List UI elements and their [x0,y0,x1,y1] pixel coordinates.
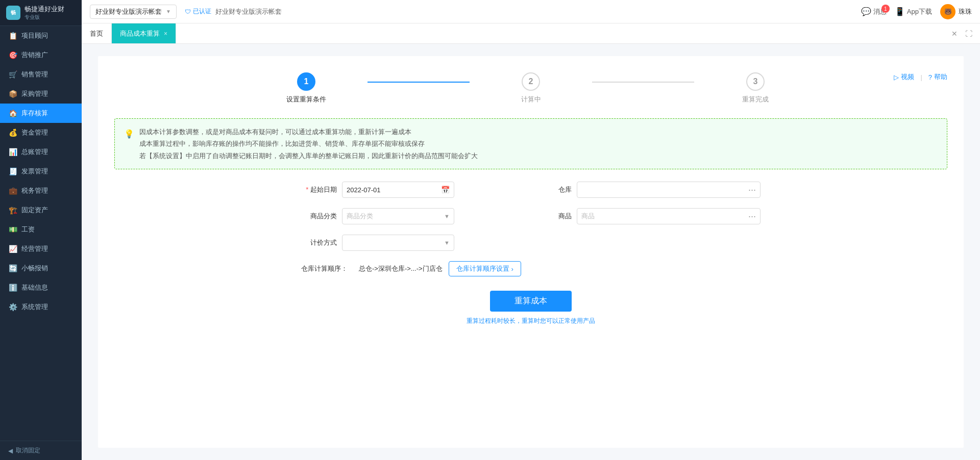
notice-line1: 因成本计算参数调整，或是对商品成本有疑问时，可以通过成本重算功能，重新计算一遍成… [139,126,478,138]
sidebar-unpin[interactable]: ◀ 取消固定 [0,441,82,460]
base-icon: ℹ️ [8,283,17,292]
sidebar-item-invoice[interactable]: 🧾 发票管理 [0,162,82,181]
sidebar-item-inventory[interactable]: 🏠 库存核算 [0,104,82,123]
category-select[interactable]: 商品分类 ▼ [342,208,454,224]
user-area[interactable]: 🐻 珠珠 [940,4,972,19]
sidebar-item-assets[interactable]: 🏗️ 固定资产 [0,200,82,220]
sidebar-item-accounting[interactable]: 📊 总账管理 [0,142,82,162]
form-container: 起始日期 📅 仓库 ··· [301,182,761,325]
accounting-icon: 📊 [8,147,17,157]
help-link[interactable]: ? 帮助 [928,72,947,82]
field-price-method: 计价方式 ▼ [301,235,526,251]
goods-input[interactable]: 商品 ··· [577,208,761,224]
app-title: 畅捷通好业财 专业版 [24,5,64,20]
sidebar-label-invoice: 发票管理 [21,167,48,176]
form-row-3: 计价方式 ▼ [301,235,761,251]
recalc-btn-label: 重算成本 [514,296,547,305]
sidebar-label-assets: 固定资产 [21,206,48,215]
finance-icon: 💰 [8,128,17,137]
topbar: 好业财专业版演示帐套 ▼ 🛡 已认证 好业财专业版演示帐套 💬 消息 1 📱 A… [82,0,980,23]
sidebar-item-base[interactable]: ℹ️ 基础信息 [0,278,82,297]
certified-badge: 🛡 已认证 [185,7,211,16]
step-2: 2 计算中 [470,72,592,104]
step-helpers: ▷ 视频 | ? 帮助 [894,72,947,82]
sidebar-item-sales[interactable]: 🛒 销售管理 [0,65,82,84]
price-method-chevron-icon: ▼ [444,240,450,246]
maximize-window-btn[interactable]: ⛶ [964,29,974,39]
sidebar-label-system: 系统管理 [21,302,48,312]
step-3: 3 重算完成 [694,72,817,104]
price-method-select[interactable]: ▼ [342,235,454,251]
field-start-date: 起始日期 📅 [301,182,526,198]
step2-circle: 2 [522,72,540,91]
tab-home[interactable]: 首页 [82,23,112,43]
sidebar-item-marketing[interactable]: 🎯 营销推广 [0,45,82,65]
topbar-right: 💬 消息 1 📱 App下载 🐻 珠珠 [861,4,972,19]
page-content: 1 设置重算条件 2 计算中 3 重算完成 [98,56,964,448]
sidebar-item-expense[interactable]: 🔄 小畅报销 [0,259,82,278]
inventory-icon: 🏠 [8,109,17,118]
sidebar-item-purchase[interactable]: 📦 采购管理 [0,84,82,104]
invoice-icon: 🧾 [8,167,17,176]
assets-icon: 🏗️ [8,206,17,215]
sidebar-item-finance[interactable]: 💰 资金管理 [0,123,82,142]
sidebar-item-system[interactable]: ⚙️ 系统管理 [0,297,82,317]
start-date-value[interactable] [347,186,441,194]
unpin-label: 取消固定 [16,446,40,455]
warehouse-label: 仓库 [536,185,572,194]
goods-ellipsis-icon[interactable]: ··· [741,211,756,222]
sidebar-item-ops[interactable]: 📈 经营管理 [0,239,82,259]
chevron-down-icon: ▼ [166,9,171,14]
sidebar-label-tax: 税务管理 [21,186,48,195]
sidebar-label-project: 项目顾问 [21,31,48,40]
account-selector[interactable]: 好业财专业版演示帐套 ▼ [90,5,177,19]
step1-label: 设置重算条件 [286,95,326,104]
step3-label: 重算完成 [742,95,769,104]
phone-icon: 📱 [895,7,905,16]
tab-close-icon[interactable]: × [164,30,167,37]
warehouse-input[interactable]: ··· [577,182,761,198]
recalc-button[interactable]: 重算成本 [490,291,572,312]
start-date-input[interactable]: 📅 [342,182,454,198]
close-window-btn[interactable]: ✕ [949,29,960,39]
warehouse-order-row: 仓库计算顺序： 总仓->深圳仓库->...->门店仓 仓库计算顺序设置 › [301,261,761,276]
expense-icon: 🔄 [8,264,17,273]
step-line-2 [592,82,694,83]
category-label: 商品分类 [301,212,337,221]
app-download-btn[interactable]: 📱 App下载 [895,7,932,16]
tab-home-label: 首页 [90,29,103,38]
warehouse-order-btn[interactable]: 仓库计算顺序设置 › [449,261,521,276]
notice-icon: 💡 [124,127,134,162]
sidebar-label-accounting: 总账管理 [21,147,48,157]
system-icon: ⚙️ [8,302,17,312]
calendar-icon[interactable]: 📅 [441,186,450,194]
play-icon: ▷ [894,73,899,81]
form-row-1: 起始日期 📅 仓库 ··· [301,182,761,198]
user-name: 珠珠 [959,7,972,16]
sidebar-item-tax[interactable]: 💼 税务管理 [0,181,82,200]
video-link[interactable]: ▷ 视频 [894,72,914,82]
messages-btn[interactable]: 💬 消息 1 [861,7,887,16]
help-icon: ? [928,73,932,81]
step1-circle: 1 [297,72,315,91]
tab-recalc[interactable]: 商品成本重算 × [112,23,176,43]
form-row-2: 商品分类 商品分类 ▼ 商品 商品 ··· [301,208,761,224]
account-selector-text: 好业财专业版演示帐套 [95,7,162,16]
tab-recalc-label: 商品成本重算 [120,29,160,38]
warehouse-order-value: 总仓->深圳仓库->...->门店仓 [359,264,443,273]
sidebar: 畅 畅捷通好业财 专业版 📋 项目顾问 🎯 营销推广 🛒 销售管理 📦 采购管理… [0,0,82,460]
tax-icon: 💼 [8,186,17,195]
steps-indicator: 1 设置重算条件 2 计算中 3 重算完成 [114,68,947,104]
notice-content: 因成本计算参数调整，或是对商品成本有疑问时，可以通过成本重算功能，重新计算一遍成… [139,126,478,162]
sidebar-label-sales: 销售管理 [21,70,48,79]
project-icon: 📋 [8,31,17,40]
warehouse-ellipsis-icon[interactable]: ··· [741,185,756,195]
sidebar-header: 畅 畅捷通好业财 专业版 [0,0,82,26]
sidebar-item-project[interactable]: 📋 项目顾问 [0,26,82,45]
sidebar-item-salary[interactable]: 💵 工资 [0,220,82,239]
goods-placeholder: 商品 [581,212,595,221]
goods-label: 商品 [536,212,572,221]
sidebar-label-inventory: 库存核算 [21,109,48,118]
tabs-bar: 首页 商品成本重算 × ✕ ⛶ [82,23,980,44]
unpin-icon: ◀ [8,447,13,454]
